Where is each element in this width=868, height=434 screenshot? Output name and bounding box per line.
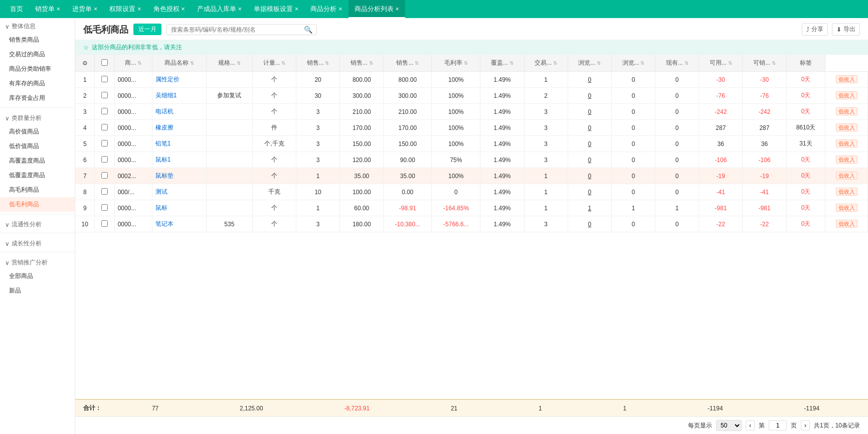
row-checkbox[interactable] (95, 168, 114, 184)
col-usable[interactable]: 可用... (699, 55, 743, 72)
sidebar-group-growth[interactable]: ∨ 成长性分析 (0, 235, 75, 250)
sidebar-item-category-sales-rate[interactable]: 商品分类助销率 (0, 62, 75, 76)
next-page-button[interactable]: › (801, 420, 810, 430)
sidebar-group-marketing[interactable]: ∨ 营销推广分析 (0, 254, 75, 269)
sidebar-item-stock-capital[interactable]: 库存资金占用 (0, 91, 75, 105)
row-name[interactable]: 吴细细1 (152, 88, 206, 104)
row-checkbox[interactable] (95, 72, 114, 88)
sidebar-item-high-coverage[interactable]: 高覆盖度商品 (0, 154, 75, 168)
row-browse1: 0 (611, 136, 655, 152)
row-tx-count[interactable]: 0 (568, 152, 611, 168)
nav-permissions[interactable]: 权限设置 × (103, 0, 147, 18)
row-code: 000/... (114, 184, 152, 200)
row-gross-rate: 1.49% (480, 216, 524, 232)
col-checkbox[interactable] (95, 55, 114, 72)
row-sellable: 8610天 (786, 120, 825, 136)
row-sales-qty: 3 (296, 216, 340, 232)
row-tx-count[interactable]: 0 (568, 104, 611, 120)
col-coverage[interactable]: 覆盖... (480, 55, 524, 72)
sidebar-item-low-value[interactable]: 低价值商品 (0, 139, 75, 154)
row-tx-count[interactable]: 0 (568, 72, 611, 88)
row-stock: 36 (699, 136, 743, 152)
row-tx-count[interactable]: 0 (568, 168, 611, 184)
row-sales-qty: 3 (296, 120, 340, 136)
row-browse1: 1 (611, 200, 655, 216)
sidebar-group-cluster[interactable]: ∨ 类群量分析 (0, 110, 75, 124)
col-stock[interactable]: 现有... (655, 55, 699, 72)
col-sales-profit[interactable]: 销售... (384, 55, 432, 72)
row-name[interactable]: 测试 (152, 184, 206, 200)
col-tx-count[interactable]: 交易... (524, 55, 568, 72)
row-tx-count[interactable]: 0 (568, 216, 611, 232)
row-name[interactable]: 橡皮擦 (152, 120, 206, 136)
row-tx-count[interactable]: 0 (568, 120, 611, 136)
prev-page-button[interactable]: ‹ (746, 420, 755, 430)
row-checkbox[interactable] (95, 88, 114, 104)
date-filter-button[interactable]: 近一月 (133, 24, 161, 35)
row-name[interactable]: 鼠标 (152, 200, 206, 216)
col-spec[interactable]: 规格... (206, 55, 252, 72)
col-browse2[interactable]: 浏览... (611, 55, 655, 72)
row-checkbox[interactable] (95, 216, 114, 232)
page-number-input[interactable] (769, 420, 787, 430)
sidebar-item-sales-category[interactable]: 销售类商品 (0, 33, 75, 47)
row-checkbox[interactable] (95, 136, 114, 152)
row-sales-price: 60.00 (340, 200, 384, 216)
col-sales-qty[interactable]: 销售... (296, 55, 340, 72)
row-tx-count[interactable]: 1 (568, 200, 611, 216)
row-name[interactable]: 属性定价 (152, 72, 206, 88)
col-sales-price[interactable]: 销售... (340, 55, 384, 72)
row-name[interactable]: 电话机 (152, 104, 206, 120)
nav-home[interactable]: 首页 (4, 0, 29, 18)
row-checkbox[interactable] (95, 152, 114, 168)
col-unit[interactable]: 计量... (252, 55, 296, 72)
row-checkbox[interactable] (95, 104, 114, 120)
sidebar-item-new-goods[interactable]: 新品 (0, 283, 75, 298)
row-name[interactable]: 铅笔1 (152, 136, 206, 152)
sidebar-group-overall[interactable]: ∨ 整体信息 (0, 18, 75, 33)
row-unit: 个,千克 (252, 136, 296, 152)
row-stock: -30 (699, 72, 743, 88)
row-checkbox[interactable] (95, 200, 114, 216)
share-button[interactable]: ⤴ 分享 (802, 23, 828, 36)
nav-sales-order[interactable]: 销货单 × (29, 0, 66, 18)
row-name[interactable]: 鼠标1 (152, 152, 206, 168)
row-sales-price: 120.00 (340, 152, 384, 168)
search-input[interactable] (171, 26, 304, 33)
total-tx-count: 1 (539, 405, 542, 412)
sidebar-item-traded-goods[interactable]: 交易过的商品 (0, 47, 75, 62)
row-name[interactable]: 鼠标垫 (152, 168, 206, 184)
col-settings[interactable]: ⚙ (75, 55, 95, 72)
nav-product-analysis-list[interactable]: 商品分析列表 × (349, 0, 405, 18)
sidebar-item-high-value[interactable]: 高价值商品 (0, 124, 75, 139)
col-browse1[interactable]: 浏览... (568, 55, 611, 72)
nav-product-analysis[interactable]: 商品分析 × (304, 0, 348, 18)
row-tx-count[interactable]: 0 (568, 136, 611, 152)
row-unit: 个 (252, 88, 296, 104)
nav-role-auth[interactable]: 角色授权 × (147, 0, 191, 18)
col-sellable[interactable]: 可销... (743, 55, 786, 72)
table-row: 8 000/... 测试 千克 10 100.00 0.00 0 1.49% 1… (75, 184, 868, 200)
table-container[interactable]: ⚙ 商... 商品名称 规格... 计量... 销售... 销售... 销售..… (75, 55, 868, 399)
col-gross-rate[interactable]: 毛利率 (432, 55, 480, 72)
col-code[interactable]: 商... (114, 55, 152, 72)
nav-product-entry[interactable]: 产成品入库单 × (191, 0, 248, 18)
sidebar-group-circulation[interactable]: ∨ 流通性分析 (0, 216, 75, 231)
row-name[interactable]: 笔记本 (152, 216, 206, 232)
sidebar-item-high-margin[interactable]: 高毛利商品 (0, 183, 75, 197)
row-checkbox[interactable] (95, 120, 114, 136)
export-button[interactable]: ⬇ 导出 (832, 23, 860, 36)
row-tx-count[interactable]: 0 (568, 88, 611, 104)
sidebar-item-all-goods[interactable]: 全部商品 (0, 269, 75, 283)
row-checkbox[interactable] (95, 184, 114, 200)
sidebar-item-low-coverage[interactable]: 低覆盖度商品 (0, 168, 75, 183)
sidebar-item-low-margin[interactable]: 低毛利商品 (0, 197, 75, 212)
nav-purchase-order[interactable]: 进货单 × (66, 0, 103, 18)
per-page-select[interactable]: 50 100 200 (716, 420, 742, 431)
col-name[interactable]: 商品名称 (152, 55, 206, 72)
nav-template-settings[interactable]: 单据模板设置 × (248, 0, 304, 18)
row-tx-count[interactable]: 0 (568, 184, 611, 200)
row-gross-rate: 1.49% (480, 136, 524, 152)
sidebar-item-stock-goods[interactable]: 有库存的商品 (0, 76, 75, 91)
select-all-checkbox[interactable] (101, 59, 108, 66)
